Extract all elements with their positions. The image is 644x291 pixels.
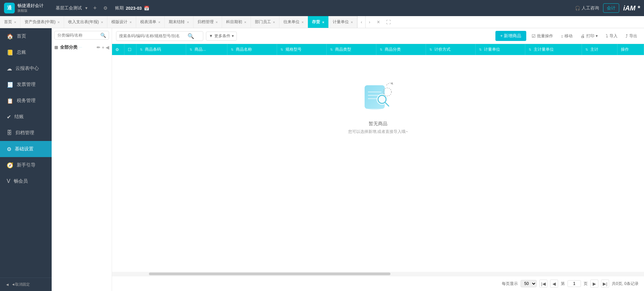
tab-bar: 首页 × 资产负债表(中期) × 收入支出表(年报) × 模版设计 × 税表清单… — [0, 16, 644, 28]
company-name: 基层工会测试 — [56, 5, 82, 11]
tab-subject-init[interactable]: 科目期初 × — [222, 16, 251, 28]
last-page-button[interactable]: ▶| — [601, 280, 609, 288]
tab-prev-button[interactable]: ‹ — [357, 16, 365, 28]
chevron-down-icon: ▼ — [85, 6, 88, 10]
expand-tabs-button[interactable]: ⛶ — [383, 16, 393, 28]
sidebar-item-basic-settings[interactable]: ⚙ 基础设置 — [0, 141, 52, 157]
export-button[interactable]: ⤴ 导出 — [623, 32, 640, 40]
inventory-content: 🔍 ▼ 更多条件 ▾ + 新增商品 ☑ 批量操作 ↕ 移动 — [112, 28, 644, 291]
col-type[interactable]: ⇅ 商品类型 — [326, 44, 376, 55]
tab-close-icon[interactable]: × — [351, 20, 353, 24]
sidebar-item-cloud-reports[interactable]: ☁ 云报表中心 — [0, 60, 52, 77]
app-name: 畅捷通好会计 — [17, 3, 44, 8]
search-icon[interactable]: 🔍 — [187, 33, 194, 39]
grid-icon: ⊞ — [54, 45, 58, 50]
product-search-input[interactable] — [119, 34, 186, 38]
add-tab-button[interactable]: + — [91, 4, 99, 12]
svg-marker-9 — [391, 82, 393, 85]
tab-measurement-unit[interactable]: 计量单位 × — [329, 16, 357, 28]
tab-close-icon[interactable]: × — [129, 20, 131, 24]
collapse-panel-button[interactable]: ◀ — [106, 45, 109, 50]
sidebar-item-invoice[interactable]: 🧾 发票管理 — [0, 77, 52, 93]
col-checkbox[interactable]: ☐ — [124, 44, 136, 55]
search-icon[interactable]: 🔍 — [100, 33, 106, 38]
export-icon: ⤴ — [626, 34, 628, 39]
col-barcode[interactable]: ⇅ 商品条码 — [136, 44, 186, 55]
prev-page-button[interactable]: ◀ — [550, 280, 558, 288]
sidebar-item-home[interactable]: 🏠 首页 — [0, 28, 52, 44]
sidebar-item-settlement[interactable]: ✔ 结账 — [0, 109, 52, 125]
iam-badge: iAM * — [623, 4, 640, 12]
next-page-button[interactable]: ▶ — [590, 280, 598, 288]
print-button[interactable]: 🖨 打印 ▾ — [578, 32, 600, 40]
consult-button[interactable]: 🎧 人工咨询 — [575, 5, 599, 11]
batch-operation-button[interactable]: ☑ 批量操作 — [529, 32, 556, 40]
account-button[interactable]: 会计 — [603, 3, 619, 13]
col-price-method[interactable]: ⇅ 计价方式 — [426, 44, 475, 55]
unpin-sidebar-button[interactable]: ◄ ◄取消固定 — [0, 278, 52, 291]
tab-period-transfer[interactable]: 期末结转 × — [165, 16, 193, 28]
col-category[interactable]: ⇅ 商品分类 — [376, 44, 426, 55]
tab-close-icon[interactable]: × — [14, 20, 16, 24]
tab-inventory[interactable]: 存货 × — [308, 16, 328, 28]
sidebar-item-guide[interactable]: 🧭 新手引导 — [0, 157, 52, 173]
add-product-button[interactable]: + 新增商品 — [495, 31, 526, 41]
col-product-name[interactable]: ⇅ 商品名称 — [227, 44, 277, 55]
category-search[interactable]: 🔍 — [54, 31, 109, 40]
tab-home[interactable]: 首页 × — [0, 16, 20, 28]
print-chevron-icon: ▾ — [596, 34, 598, 38]
pagination-bar: 每页显示 50 |◀ ◀ 第 页 ▶ ▶| 共0页, 0条记录 — [112, 276, 644, 291]
tab-close-icon[interactable]: × — [244, 20, 246, 24]
tab-close-icon[interactable]: × — [273, 20, 275, 24]
tab-close-icon[interactable]: × — [158, 20, 160, 24]
col-spec[interactable]: ⇅ 规格型号 — [277, 44, 326, 55]
settings-icon[interactable]: ⚙ — [102, 4, 110, 12]
col-unit[interactable]: ⇅ 计量单位 — [475, 44, 525, 55]
all-categories-item[interactable]: ⊞ 全部分类 ✏ + ◀ — [52, 42, 112, 52]
col-main-unit[interactable]: ⇅ 主计量单位 — [525, 44, 582, 55]
category-search-input[interactable] — [57, 33, 100, 38]
scroll-thumb[interactable] — [149, 273, 390, 275]
tab-balance-sheet[interactable]: 资产负债表(中期) × — [20, 16, 64, 28]
tab-close-icon[interactable]: × — [322, 20, 324, 24]
tab-close-icon[interactable]: × — [187, 20, 189, 24]
tab-tax-list[interactable]: 税表清单 × — [136, 16, 165, 28]
settlement-icon: ✔ — [7, 114, 11, 120]
first-page-button[interactable]: |◀ — [539, 280, 547, 288]
tab-transaction-units[interactable]: 往来单位 × — [279, 16, 308, 28]
tab-template-design[interactable]: 模版设计 × — [107, 16, 136, 28]
edit-category-icon[interactable]: ✏ — [97, 45, 100, 50]
empty-state: 暂无商品 您可以选择新增,或者直接导入哦~ — [112, 55, 644, 155]
col-product-code[interactable]: ⇅ 商品... — [186, 44, 227, 55]
product-search-bar[interactable]: 🔍 — [116, 31, 203, 41]
col-settings[interactable]: ⚙ — [112, 44, 124, 55]
add-category-icon[interactable]: + — [102, 45, 104, 50]
tab-income-expense[interactable]: 收入支出表(年报) × — [64, 16, 107, 28]
tab-archive[interactable]: 归档管理 × — [194, 16, 222, 28]
tab-dept-staff[interactable]: 部门员工 × — [251, 16, 279, 28]
sidebar-item-member[interactable]: V 畅会员 — [0, 173, 52, 189]
more-filters-button[interactable]: ▼ 更多条件 ▾ — [206, 32, 237, 41]
tab-next-button[interactable]: › — [365, 16, 373, 28]
company-selector[interactable]: 基层工会测试 ▼ — [56, 5, 88, 11]
tab-close-icon[interactable]: × — [57, 20, 59, 24]
tab-close-icon[interactable]: × — [302, 20, 304, 24]
page-size-select[interactable]: 50 — [521, 280, 537, 287]
col-main-calc[interactable]: ⇅ 主计 — [582, 44, 618, 55]
close-all-tabs-button[interactable]: × — [373, 16, 383, 28]
tab-close-icon[interactable]: × — [101, 20, 103, 24]
header-right: 🎧 人工咨询 会计 iAM * — [575, 3, 640, 13]
guide-icon: 🧭 — [7, 162, 13, 168]
svg-line-8 — [385, 103, 389, 106]
table-scrollbar[interactable] — [112, 272, 644, 276]
sidebar-item-tax[interactable]: 📋 税务管理 — [0, 93, 52, 109]
page-number-input[interactable] — [568, 280, 581, 287]
tab-close-icon[interactable]: × — [216, 20, 218, 24]
calendar-icon[interactable]: 📅 — [144, 6, 149, 11]
empty-desc: 您可以选择新增,或者直接导入哦~ — [348, 129, 408, 135]
page-size-label: 每页显示 — [502, 281, 518, 287]
move-button[interactable]: ↕ 移动 — [558, 32, 576, 40]
sidebar-item-ledger[interactable]: 📒 总账 — [0, 44, 52, 60]
import-button[interactable]: ⤵ 导入 — [603, 32, 620, 40]
sidebar-item-archive[interactable]: 🗄 归档管理 — [0, 125, 52, 141]
